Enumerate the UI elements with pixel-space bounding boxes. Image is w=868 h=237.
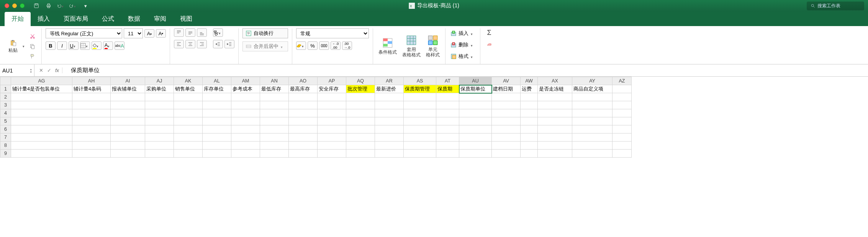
cell[interactable] <box>375 133 404 142</box>
cell[interactable] <box>436 93 459 101</box>
cell[interactable] <box>203 93 231 101</box>
cell[interactable] <box>404 133 436 142</box>
cell[interactable] <box>318 109 346 117</box>
cell[interactable]: 销售单位 <box>174 85 203 93</box>
tab-data[interactable]: 数据 <box>121 12 147 26</box>
minimize-window-button[interactable] <box>12 3 17 8</box>
cell[interactable] <box>492 133 521 142</box>
cell[interactable] <box>346 133 375 142</box>
cell[interactable] <box>572 93 613 101</box>
cell[interactable] <box>521 93 538 101</box>
cell[interactable]: 商品自定义项 <box>572 85 613 93</box>
conditional-format-button[interactable]: 条件格式 <box>377 37 398 56</box>
cell[interactable] <box>231 109 260 117</box>
column-header[interactable]: AT <box>436 77 459 85</box>
cell[interactable]: 最高库存 <box>289 85 318 93</box>
bold-button[interactable]: B <box>46 41 56 50</box>
orientation-button[interactable]: ab <box>213 28 223 37</box>
cell[interactable] <box>436 109 459 117</box>
cell[interactable] <box>260 125 289 133</box>
cell[interactable] <box>492 93 521 101</box>
column-header[interactable]: AM <box>231 77 260 85</box>
cell[interactable] <box>492 117 521 125</box>
cell[interactable] <box>174 142 203 150</box>
cell[interactable] <box>521 125 538 133</box>
cell[interactable] <box>174 93 203 101</box>
underline-button[interactable]: U <box>69 41 79 50</box>
percent-button[interactable]: % <box>308 41 318 50</box>
italic-button[interactable]: I <box>57 41 67 50</box>
cut-button[interactable] <box>28 32 38 41</box>
cell[interactable] <box>436 150 459 158</box>
cell[interactable] <box>111 125 145 133</box>
align-top-button[interactable] <box>174 28 184 37</box>
cell[interactable] <box>174 125 203 133</box>
cell[interactable] <box>72 117 111 125</box>
column-header[interactable]: AR <box>375 77 404 85</box>
cell[interactable] <box>613 85 632 93</box>
cell[interactable] <box>459 93 492 101</box>
cell[interactable]: 辅计量4条码 <box>72 85 111 93</box>
tab-insert[interactable]: 插入 <box>31 12 57 26</box>
column-header[interactable]: AG <box>11 77 72 85</box>
undo-button[interactable] <box>57 2 65 9</box>
increase-indent-button[interactable] <box>224 40 234 48</box>
clear-button[interactable] <box>484 40 494 48</box>
cell[interactable] <box>231 150 260 158</box>
cell[interactable] <box>538 101 572 109</box>
format-painter-button[interactable] <box>28 52 38 61</box>
cell[interactable] <box>72 133 111 142</box>
cell[interactable] <box>289 125 318 133</box>
cell[interactable] <box>346 150 375 158</box>
cell[interactable] <box>492 142 521 150</box>
cell[interactable] <box>11 109 72 117</box>
cell[interactable] <box>521 150 538 158</box>
cell[interactable] <box>260 101 289 109</box>
cell[interactable] <box>260 117 289 125</box>
cell[interactable] <box>613 150 632 158</box>
cell[interactable] <box>72 142 111 150</box>
cell[interactable] <box>72 93 111 101</box>
cell[interactable] <box>145 133 174 142</box>
cell[interactable] <box>459 117 492 125</box>
cell[interactable] <box>203 125 231 133</box>
qat-customize-icon[interactable]: ▾ <box>81 2 90 9</box>
cell[interactable] <box>145 117 174 125</box>
align-left-button[interactable] <box>174 40 184 48</box>
cell[interactable]: 辅计量4是否包装单位 <box>11 85 72 93</box>
cell[interactable] <box>436 125 459 133</box>
cell[interactable] <box>521 109 538 117</box>
cell[interactable] <box>613 101 632 109</box>
cell[interactable] <box>375 93 404 101</box>
cell[interactable] <box>260 93 289 101</box>
cell[interactable] <box>231 133 260 142</box>
cell[interactable] <box>111 93 145 101</box>
cell[interactable] <box>111 101 145 109</box>
cell[interactable] <box>174 101 203 109</box>
column-header[interactable]: AZ <box>613 77 632 85</box>
cell[interactable] <box>346 117 375 125</box>
cell[interactable]: 采购单位 <box>145 85 174 93</box>
cell[interactable] <box>572 125 613 133</box>
cell[interactable] <box>613 142 632 150</box>
cell[interactable] <box>572 150 613 158</box>
row-header[interactable]: 6 <box>0 125 11 133</box>
cell[interactable] <box>11 150 72 158</box>
cell[interactable] <box>289 133 318 142</box>
increase-decimal-button[interactable]: ←.0.00 <box>331 41 341 50</box>
cell[interactable]: 保质期 <box>436 85 459 93</box>
cell[interactable] <box>459 109 492 117</box>
border-button[interactable] <box>80 41 90 50</box>
cell[interactable] <box>231 93 260 101</box>
cell[interactable] <box>289 101 318 109</box>
decrease-font-button[interactable]: A▾ <box>156 29 166 38</box>
column-header[interactable]: AP <box>318 77 346 85</box>
cell[interactable] <box>111 133 145 142</box>
wrap-text-button[interactable]: 自动换行 <box>242 28 288 38</box>
cell[interactable] <box>436 117 459 125</box>
cell[interactable]: 是否走冻链 <box>538 85 572 93</box>
accept-formula-button[interactable]: ✓ <box>47 67 51 73</box>
column-header[interactable]: AI <box>111 77 145 85</box>
cell[interactable] <box>492 150 521 158</box>
cell[interactable] <box>111 150 145 158</box>
